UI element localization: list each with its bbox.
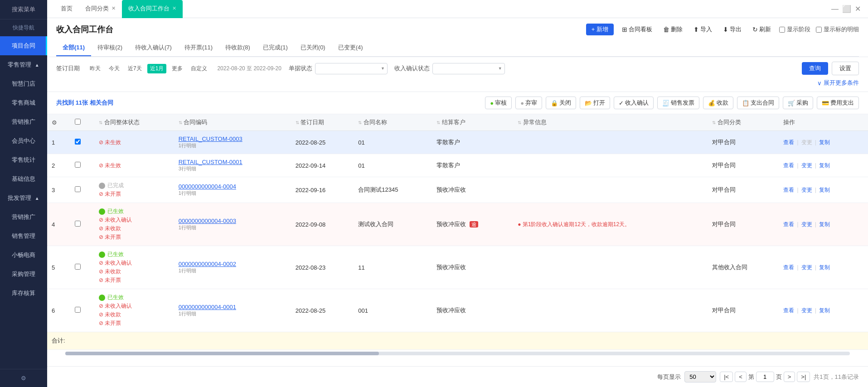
date-btn-more[interactable]: 更多 <box>169 64 185 73</box>
close-icon[interactable]: ✕ <box>172 5 176 11</box>
sidebar-item-basic-info[interactable]: 基础信息 <box>0 169 47 189</box>
change-link[interactable]: 变更 <box>801 307 812 314</box>
status-tab-closed[interactable]: 已关闭(0) <box>294 40 332 56</box>
tab-home[interactable]: 首页 <box>54 0 79 18</box>
contract-code-link[interactable]: RETAIL_CUSTOM-0003 <box>179 135 286 142</box>
abandon-btn[interactable]: ● 弃审 <box>515 97 542 109</box>
close-contract-btn[interactable]: 🔒 关闭 <box>546 97 576 109</box>
status-tab-pending-confirm[interactable]: 待收入确认(7) <box>129 40 178 56</box>
income-confirm-btn[interactable]: ✓ 收入确认 <box>614 97 654 109</box>
tab-contract-category[interactable]: 合同分类 ✕ <box>79 0 122 18</box>
sidebar-item-retail-mall[interactable]: 零售商城 <box>0 93 47 112</box>
date-btn-custom[interactable]: 自定义 <box>188 64 210 73</box>
date-btn-today[interactable]: 今天 <box>106 64 122 73</box>
row-checkbox[interactable] <box>70 177 94 203</box>
sidebar-item-project[interactable]: 项目合同 <box>0 36 47 55</box>
last-page-btn[interactable]: >| <box>797 372 810 382</box>
next-page-btn[interactable]: > <box>784 372 795 382</box>
doc-status-select[interactable] <box>315 63 388 74</box>
copy-link[interactable]: 复制 <box>819 221 830 228</box>
sidebar-item-purchase-mgmt[interactable]: 采购管理 <box>0 265 47 284</box>
copy-link[interactable]: 复制 <box>819 186 830 194</box>
sidebar-item-xiao-chang[interactable]: 小畅电商 <box>0 246 47 265</box>
view-link[interactable]: 查看 <box>783 221 794 228</box>
delete-button[interactable]: 🗑 删除 <box>660 24 685 35</box>
income-confirm-select[interactable] <box>432 63 505 74</box>
sidebar-item-member[interactable]: 会员中心 <box>0 131 47 150</box>
prev-page-btn[interactable]: < <box>735 372 747 382</box>
status-tab-pending-invoice[interactable]: 待开票(11) <box>178 40 219 56</box>
set-button[interactable]: 设置 <box>832 62 859 75</box>
sidebar-item-wholesale-mgmt[interactable]: 批发管理 ▲ <box>0 189 47 208</box>
change-link[interactable]: 变更 <box>801 221 812 228</box>
sidebar-settings[interactable]: ⚙ <box>0 369 47 387</box>
view-link[interactable]: 查看 <box>783 162 794 169</box>
date-btn-yesterday[interactable]: 昨天 <box>87 64 103 73</box>
status-tab-changed[interactable]: 已变更(4) <box>332 40 369 56</box>
status-tab-completed[interactable]: 已完成(1) <box>257 40 294 56</box>
expense-pay-btn[interactable]: 💳 费用支出 <box>817 97 859 109</box>
expand-more-conditions[interactable]: ∨ 展开更多条件 <box>817 79 859 87</box>
add-button[interactable]: + 新增 <box>586 24 614 35</box>
contract-code-link[interactable]: 0000000000004-0004 <box>179 183 286 190</box>
scrollbar-thumb[interactable] <box>65 352 379 355</box>
row-checkbox[interactable] <box>70 246 94 289</box>
select-all-checkbox[interactable] <box>75 119 81 125</box>
copy-link[interactable]: 复制 <box>819 307 830 314</box>
view-link[interactable]: 查看 <box>783 264 794 271</box>
window-close-icon[interactable]: ✕ <box>855 5 861 13</box>
show-phase-input[interactable] <box>779 27 785 33</box>
status-tab-all[interactable]: 全部(11) <box>56 40 91 56</box>
sidebar-item-retail-stats[interactable]: 零售统计 <box>0 150 47 169</box>
sidebar-quick-nav[interactable]: 快捷导航 <box>0 19 47 36</box>
contract-code-link[interactable]: RETAIL_CUSTOM-0001 <box>179 159 286 165</box>
view-link[interactable]: 查看 <box>783 307 794 314</box>
page-input[interactable] <box>756 372 774 382</box>
date-btn-last1month[interactable]: 近1月 <box>147 64 167 73</box>
collect-btn[interactable]: 💰 收款 <box>703 97 733 109</box>
sidebar-item-sales-mgmt[interactable]: 销售管理 <box>0 227 47 246</box>
row-checkbox[interactable] <box>70 203 94 246</box>
sales-invoice-btn[interactable]: 🧾 销售发票 <box>657 97 699 109</box>
sidebar-search[interactable]: 搜索菜单 <box>0 0 47 19</box>
sidebar-item-smart-store[interactable]: 智慧门店 <box>0 74 47 93</box>
minimize-icon[interactable]: — <box>831 5 839 13</box>
sidebar-item-inventory[interactable]: 库存核算 <box>0 284 47 303</box>
export-button[interactable]: ⬇ 导出 <box>720 24 744 35</box>
maximize-icon[interactable]: ⬜ <box>842 5 851 13</box>
review-btn[interactable]: ● 审核 <box>485 97 512 109</box>
tab-income-contract[interactable]: 收入合同工作台 ✕ <box>122 0 183 18</box>
change-link[interactable]: 变更 <box>801 139 812 146</box>
sidebar-item-marketing2[interactable]: 营销推广 <box>0 208 47 227</box>
copy-link[interactable]: 复制 <box>819 139 830 146</box>
show-detail-input[interactable] <box>816 27 822 33</box>
refresh-button[interactable]: ↻ 刷新 <box>750 24 774 35</box>
horizontal-scrollbar[interactable] <box>65 352 850 355</box>
view-link[interactable]: 查看 <box>783 186 794 194</box>
copy-link[interactable]: 复制 <box>819 264 830 271</box>
query-button[interactable]: 查询 <box>802 62 828 75</box>
copy-link[interactable]: 复制 <box>819 162 830 169</box>
status-tab-pending-payment[interactable]: 待收款(8) <box>219 40 257 56</box>
date-btn-last7[interactable]: 近7天 <box>125 64 145 73</box>
show-phase-checkbox[interactable]: 显示阶段 <box>779 25 810 34</box>
import-button[interactable]: ⬆ 导入 <box>691 24 715 35</box>
change-link[interactable]: 变更 <box>801 186 812 194</box>
contract-code-link[interactable]: 0000000000004-0002 <box>179 261 286 267</box>
col-checkbox[interactable] <box>70 114 94 131</box>
close-icon[interactable]: ✕ <box>112 5 116 11</box>
page-size-select[interactable]: 50 10 20 100 <box>684 371 716 382</box>
row-checkbox[interactable] <box>70 131 94 154</box>
row-checkbox[interactable] <box>70 289 94 332</box>
purchase-btn[interactable]: 🛒 采购 <box>783 97 813 109</box>
contract-code-link[interactable]: 0000000000004-0003 <box>179 218 286 224</box>
sidebar-item-marketing[interactable]: 营销推广 <box>0 112 47 131</box>
status-tab-pending-review[interactable]: 待审核(2) <box>91 40 129 56</box>
sidebar-item-retail-mgmt[interactable]: 零售管理 ▲ <box>0 55 47 74</box>
expense-out-btn[interactable]: 📋 支出合同 <box>737 97 779 109</box>
change-link[interactable]: 变更 <box>801 264 812 271</box>
kanban-button[interactable]: ⊞ 合同看板 <box>619 24 655 35</box>
contract-code-link[interactable]: 0000000000004-0001 <box>179 304 286 310</box>
view-link[interactable]: 查看 <box>783 139 794 146</box>
row-checkbox[interactable] <box>70 154 94 177</box>
